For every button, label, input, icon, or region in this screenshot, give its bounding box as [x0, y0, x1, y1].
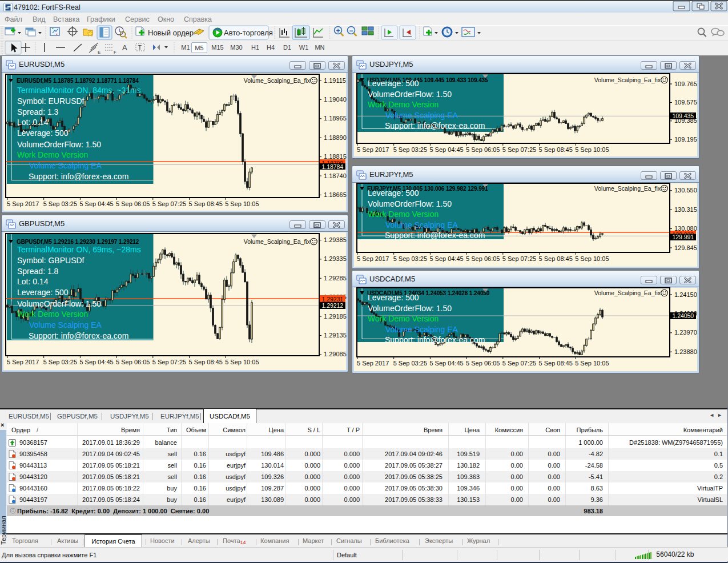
svg-text:5 Sep 08:45: 5 Sep 08:45	[539, 360, 573, 367]
svg-text:1.19040: 1.19040	[324, 96, 347, 103]
svg-text:Leverage: 500: Leverage: 500	[17, 128, 69, 138]
svg-text:5 Sep 07:25: 5 Sep 07:25	[152, 359, 186, 365]
svg-text:109.435: 109.435	[673, 112, 694, 119]
svg-text:Volume Scalping EA: Volume Scalping EA	[385, 111, 458, 120]
svg-text:5 Sep 07:25: 5 Sep 07:25	[152, 200, 186, 207]
svg-text:130.315: 130.315	[674, 206, 697, 213]
svg-text:129.845: 129.845	[674, 244, 697, 251]
svg-text:1.29185: 1.29185	[324, 313, 347, 320]
svg-text:5 Sep 06:05: 5 Sep 06:05	[116, 200, 150, 207]
svg-text:5 Sep 03:25: 5 Sep 03:25	[43, 200, 77, 207]
svg-text:Spread: 1.8: Spread: 1.8	[17, 267, 59, 276]
svg-text:130.550: 130.550	[674, 187, 697, 194]
svg-text:109.575: 109.575	[674, 99, 697, 106]
svg-text:Volume Scalping EA: Volume Scalping EA	[29, 320, 102, 329]
svg-text:Spread: 1.3: Spread: 1.3	[17, 107, 59, 116]
svg-text:5 Sep 04:45: 5 Sep 04:45	[79, 200, 113, 207]
svg-text:1.24150: 1.24150	[674, 291, 697, 298]
svg-text:1.18665: 1.18665	[324, 191, 347, 198]
svg-text:Support: info@forex-ea.com: Support: info@forex-ea.com	[29, 172, 128, 181]
svg-text:5 Sep 08:45: 5 Sep 08:45	[189, 359, 223, 365]
svg-text:5 Sep 10:05: 5 Sep 10:05	[575, 146, 609, 153]
svg-text:Symbol: EURUSDf: Symbol: EURUSDf	[17, 96, 85, 106]
svg-text:VolumeOrderFlow: 1.50: VolumeOrderFlow: 1.50	[368, 90, 452, 99]
svg-text:5 Sep 06:05: 5 Sep 06:05	[466, 255, 500, 262]
svg-text:5 Sep 10:05: 5 Sep 10:05	[225, 359, 259, 365]
svg-text:5 Sep 2017: 5 Sep 2017	[357, 255, 389, 262]
svg-text:5 Sep 2017: 5 Sep 2017	[7, 359, 39, 365]
svg-text:5 Sep 06:05: 5 Sep 06:05	[466, 360, 500, 367]
svg-text:Volume_Scalping_Ea_fix: Volume_Scalping_Ea_fix	[594, 77, 661, 83]
svg-text:1.24050: 1.24050	[673, 312, 694, 319]
svg-text:5 Sep 07:25: 5 Sep 07:25	[502, 360, 536, 367]
svg-text:5 Sep 03:25: 5 Sep 03:25	[43, 359, 77, 365]
svg-text:5 Sep 2017: 5 Sep 2017	[7, 200, 39, 207]
svg-text:1.29135: 1.29135	[324, 332, 347, 339]
svg-text:5 Sep 03:25: 5 Sep 03:25	[393, 360, 427, 367]
svg-text:1.29285: 1.29285	[324, 275, 347, 282]
svg-text:Volume_Scalping_Ea_fix: Volume_Scalping_Ea_fix	[244, 238, 311, 245]
svg-text:5 Sep 10:05: 5 Sep 10:05	[225, 200, 259, 207]
svg-text:Work Demo Version: Work Demo Version	[368, 100, 439, 109]
svg-text:Leverage: 500: Leverage: 500	[368, 188, 419, 198]
svg-text:GBPUSDf,M5 1.29216 1.29230 1.: GBPUSDf,M5 1.29216 1.29230 1.29197 1.292…	[17, 239, 139, 245]
svg-text:5 Sep 07:25: 5 Sep 07:25	[502, 255, 536, 262]
svg-text:Leverage: 500: Leverage: 500	[368, 293, 419, 302]
svg-text:1.18740: 1.18740	[324, 172, 347, 179]
svg-text:Lot: 0.14: Lot: 0.14	[17, 118, 49, 127]
svg-text:Support: info@forex-ea.com: Support: info@forex-ea.com	[29, 331, 128, 340]
svg-text:5 Sep 2017: 5 Sep 2017	[357, 146, 389, 153]
svg-text:Leverage: 500: Leverage: 500	[368, 79, 419, 88]
svg-text:VolumeOrderFlow: 1.50: VolumeOrderFlow: 1.50	[368, 199, 452, 208]
svg-text:VolumeOrderFlow: 1.50: VolumeOrderFlow: 1.50	[17, 140, 101, 149]
svg-text:1.18784: 1.18784	[322, 163, 344, 170]
svg-text:5 Sep 04:45: 5 Sep 04:45	[429, 146, 463, 153]
svg-text:Volume_Scalping_Ea_fix: Volume_Scalping_Ea_fix	[594, 289, 661, 296]
svg-text:Leverage: 500: Leverage: 500	[17, 288, 69, 297]
svg-text:VolumeOrderFlow: 1.50: VolumeOrderFlow: 1.50	[17, 299, 101, 308]
svg-text:129.991: 129.991	[673, 234, 694, 240]
svg-text:Volume Scalping EA: Volume Scalping EA	[29, 161, 102, 170]
svg-text:5 Sep 08:45: 5 Sep 08:45	[539, 146, 573, 153]
svg-text:EURUSDf,M5 1.18785 1.18792 1.: EURUSDf,M5 1.18785 1.18792 1.18771 1.187…	[17, 78, 139, 84]
svg-text:5 Sep 10:05: 5 Sep 10:05	[575, 360, 609, 367]
svg-text:5 Sep 10:05: 5 Sep 10:05	[575, 255, 609, 262]
svg-text:109.195: 109.195	[674, 136, 697, 143]
svg-text:Support: info@forex-ea.com: Support: info@forex-ea.com	[385, 335, 485, 344]
svg-text:Symbol: GBPUSDf: Symbol: GBPUSDf	[17, 256, 85, 265]
svg-text:Support: info@forex-ea.com: Support: info@forex-ea.com	[385, 231, 485, 240]
svg-text:1.23970: 1.23970	[674, 329, 697, 336]
svg-text:5 Sep 03:25: 5 Sep 03:25	[393, 146, 427, 153]
svg-text:Volume Scalping EA: Volume Scalping EA	[385, 220, 458, 230]
svg-text:TerminalMonitor ON, 69ms, ~28m: TerminalMonitor ON, 69ms, ~28ms	[17, 245, 141, 254]
svg-text:5 Sep 07:25: 5 Sep 07:25	[502, 146, 536, 153]
svg-text:Volume_Scalping_Ea_fix: Volume_Scalping_Ea_fix	[594, 185, 661, 192]
svg-text:5 Sep 06:05: 5 Sep 06:05	[116, 359, 150, 365]
svg-text:5 Sep 04:45: 5 Sep 04:45	[429, 255, 463, 262]
svg-text:1.23880: 1.23880	[674, 348, 697, 355]
svg-text:Work Demo Version: Work Demo Version	[17, 150, 88, 159]
svg-text:Work Demo Version: Work Demo Version	[368, 314, 439, 323]
svg-text:1.29385: 1.29385	[324, 236, 347, 243]
svg-text:5 Sep 04:45: 5 Sep 04:45	[79, 359, 113, 365]
svg-text:Support: info@forex-ea.com: Support: info@forex-ea.com	[385, 121, 485, 130]
svg-text:5 Sep 2017: 5 Sep 2017	[357, 360, 389, 367]
svg-text:5 Sep 08:45: 5 Sep 08:45	[189, 200, 223, 207]
svg-text:Volume_Scalping_Ea_fix: Volume_Scalping_Ea_fix	[244, 77, 311, 84]
svg-text:TerminalMonitor ON, 84ms, ~31m: TerminalMonitor ON, 84ms, ~31ms	[17, 86, 141, 95]
svg-text:1.29335: 1.29335	[324, 255, 347, 262]
svg-text:1.19115: 1.19115	[324, 77, 346, 84]
svg-text:1.29212: 1.29212	[322, 302, 344, 309]
svg-text:5 Sep 08:45: 5 Sep 08:45	[539, 255, 573, 262]
svg-text:5 Sep 03:25: 5 Sep 03:25	[393, 255, 427, 262]
svg-text:5 Sep 06:05: 5 Sep 06:05	[466, 146, 500, 153]
svg-text:Work Demo Version: Work Demo Version	[368, 210, 439, 219]
svg-text:Work Demo Version: Work Demo Version	[17, 309, 88, 319]
svg-text:1.29085: 1.29085	[324, 351, 347, 357]
svg-text:1.29231: 1.29231	[322, 296, 344, 303]
svg-text:VolumeOrderFlow: 1.50: VolumeOrderFlow: 1.50	[368, 304, 452, 313]
svg-text:Lot: 0.14: Lot: 0.14	[17, 277, 49, 286]
svg-text:109.765: 109.765	[674, 81, 697, 87]
svg-text:1.18890: 1.18890	[324, 134, 347, 141]
svg-text:Volume Scalping EA: Volume Scalping EA	[385, 325, 458, 334]
